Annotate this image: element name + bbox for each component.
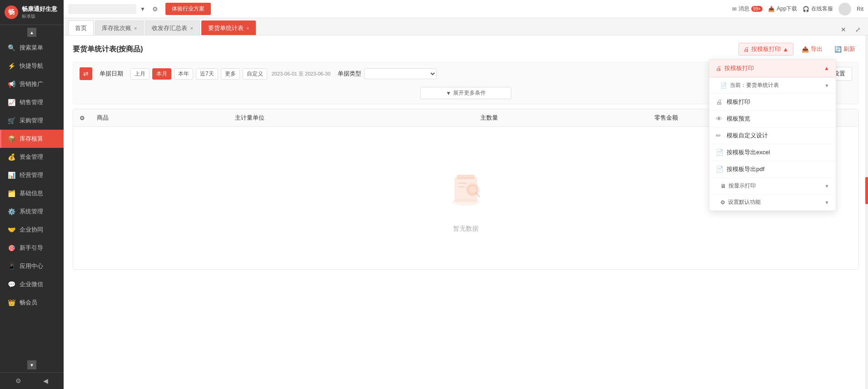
date-btn-current-year[interactable]: 本年 — [174, 68, 193, 80]
refresh-btn[interactable]: 🔄 刷新 — [831, 43, 859, 55]
message-btn[interactable]: ✉ 消息 99+ — [732, 5, 763, 13]
sidebar-scroll-up[interactable]: ▲ — [27, 28, 36, 37]
marketing-icon: 📢 — [7, 80, 16, 89]
scroll-track — [865, 35, 868, 389]
sales-icon: 📈 — [7, 98, 16, 107]
print-chevron: ▲ — [783, 46, 788, 53]
date-btn-7days[interactable]: 近7天 — [196, 68, 218, 80]
system-icon: ⚙️ — [7, 207, 16, 216]
dropdown-item-export-pdf[interactable]: 📄 按模板导出pdf — [709, 161, 836, 178]
tab-close-inventory-batch[interactable]: × — [134, 25, 137, 31]
sidebar-item-finance[interactable]: 💰 资金管理 — [0, 148, 64, 166]
svg-rect-6 — [458, 182, 467, 184]
tabbar: 首页 库存批次账 × 收发存汇总表 × 要货单统计表 × ✕ ⤢ — [64, 18, 868, 35]
date-btn-prev-month[interactable]: 上月 — [130, 68, 150, 80]
expand-btn[interactable]: ⤢ — [853, 24, 863, 35]
print-btn[interactable]: 🖨 按模板打印 ▲ — [738, 43, 793, 56]
message-icon: ✉ — [732, 6, 737, 12]
avatar[interactable] — [838, 3, 851, 15]
order-type-select[interactable] — [364, 68, 437, 79]
svg-rect-2 — [457, 175, 475, 179]
sidebar-item-search[interactable]: 🔍 搜索菜单 — [0, 39, 64, 57]
empty-text: 暂无数据 — [453, 225, 479, 233]
service-icon: 🎧 — [803, 6, 809, 12]
sidebar-item-base[interactable]: 🗂️ 基础信息 — [0, 184, 64, 202]
dropdown-close-btn[interactable]: ▲ — [824, 65, 829, 71]
dropdown-header-left: 🖨 按模板打印 — [716, 64, 754, 72]
search-icon: 🔍 — [7, 43, 16, 52]
sidebar-item-inventory[interactable]: 📦 库存核算 — [0, 130, 64, 148]
settings-bottom-btn[interactable]: ⚙ — [15, 377, 21, 384]
username: Rit — [857, 6, 863, 12]
dropdown-item-template-print[interactable]: 🖨 模板打印 — [709, 94, 836, 111]
date-btn-current-month[interactable]: 本月 — [152, 68, 171, 80]
table-col-settings[interactable]: ⚙ — [73, 109, 91, 127]
dropdown-header-right: ▲ — [824, 65, 829, 71]
search-input[interactable] — [68, 4, 136, 14]
sidebar-item-appstore[interactable]: 📱 应用中心 — [0, 257, 64, 275]
sidebar-scroll-down[interactable]: ▼ — [27, 360, 36, 369]
close-all-btn[interactable]: ✕ — [838, 24, 849, 35]
template-preview-icon: 👁 — [716, 115, 723, 122]
app-download-btn[interactable]: 📥 App下载 — [768, 5, 797, 13]
page-title-bar: 要货单统计表(按商品) 🖨 按模板打印 ▲ 📤 导出 🔄 刷新 — [73, 43, 859, 56]
date-range: 2023-06-01 至 2023-06-30 — [272, 71, 331, 77]
display-print-label: 🖥 按显示打印 — [720, 182, 756, 190]
scroll-thumb[interactable] — [865, 177, 868, 204]
table-col-unit: 主计量单位 — [229, 109, 475, 127]
date-btn-more[interactable]: 更多 — [221, 68, 240, 80]
collapse-btn[interactable]: ◀ — [43, 377, 48, 384]
experience-btn[interactable]: 体验行业方案 — [165, 3, 211, 15]
print-icon: 🖨 — [743, 46, 749, 53]
tab-close-order-stats[interactable]: × — [246, 25, 249, 31]
tab-home[interactable]: 首页 — [68, 20, 94, 35]
sidebar-item-vip[interactable]: 👑 畅会员 — [0, 293, 64, 312]
sidebar-item-collab[interactable]: 🤝 企业协同 — [0, 221, 64, 239]
display-print-icon: 🖥 — [720, 183, 726, 189]
dropdown-current-item[interactable]: 📄 当前：要货单统计表 ▼ — [709, 77, 836, 94]
empty-icon — [443, 163, 489, 217]
filter-expand-icon[interactable]: ⇄ — [80, 67, 92, 80]
tab-receipt-summary[interactable]: 收发存汇总表 × — [145, 20, 200, 35]
refresh-icon: 🔄 — [834, 46, 842, 53]
date-btn-custom[interactable]: 自定义 — [243, 68, 267, 80]
sidebar-item-purchase[interactable]: 🛒 采购管理 — [0, 111, 64, 130]
export-pdf-icon: 📄 — [716, 166, 723, 173]
print-dropdown: 🖨 按模板打印 ▲ 📄 当前：要货单统计表 — [709, 59, 836, 211]
dropdown-header: 🖨 按模板打印 ▲ — [709, 60, 836, 77]
export-btn[interactable]: 📤 导出 — [798, 43, 826, 55]
app-logo: 畅 畅康通好生意 标准版 — [0, 0, 64, 25]
tab-close-receipt-summary[interactable]: × — [190, 25, 193, 31]
gear-icon[interactable]: ⚙ — [149, 3, 162, 15]
sidebar-item-shortcut[interactable]: ⚡ 快捷导航 — [0, 57, 64, 75]
dropdown-item-export-excel[interactable]: 📄 按模板导出excel — [709, 144, 836, 161]
customer-service-btn[interactable]: 🎧 在线客服 — [803, 5, 833, 13]
header-print-icon: 🖨 — [716, 65, 722, 72]
table-col-product: 商品 — [91, 109, 229, 127]
tab-order-stats[interactable]: 要货单统计表 × — [201, 20, 256, 35]
appstore-icon: 📱 — [7, 262, 16, 271]
dropdown-item-template-preview[interactable]: 👁 模板预览 — [709, 111, 836, 127]
page-title: 要货单统计表(按商品) — [73, 45, 143, 54]
sidebar-item-guide[interactable]: 🎯 新手引导 — [0, 239, 64, 257]
sidebar-nav: 🔍 搜索菜单 ⚡ 快捷导航 📢 营销推广 📈 销售管理 🛒 采购管理 📦 库存核… — [0, 39, 64, 359]
guide-icon: 🎯 — [7, 243, 16, 253]
svg-rect-7 — [458, 186, 465, 187]
expand-more-btn[interactable]: ▼ 展开更多条件 — [420, 87, 511, 99]
sidebar-item-marketing[interactable]: 📢 营销推广 — [0, 75, 64, 93]
set-default-icon: ⚙ — [720, 199, 725, 206]
sidebar-item-sales[interactable]: 📈 销售管理 — [0, 93, 64, 111]
dropdown-btn[interactable]: ▼ — [140, 6, 145, 12]
dropdown-item-template-design[interactable]: ✏ 模板自定义设计 — [709, 127, 836, 144]
dropdown-item-set-default[interactable]: ⚙ 设置默认功能 ▼ — [709, 194, 836, 211]
order-type-label: 单据类型 — [338, 70, 361, 78]
tab-inventory-batch[interactable]: 库存批次账 × — [95, 20, 144, 35]
dropdown-item-display-print[interactable]: 🖥 按显示打印 ▼ — [709, 178, 836, 194]
sidebar-item-system[interactable]: ⚙️ 系统管理 — [0, 202, 64, 221]
current-arrow: ▼ — [824, 83, 829, 88]
collab-icon: 🤝 — [7, 225, 16, 234]
sidebar-item-operations[interactable]: 📊 经营管理 — [0, 166, 64, 184]
sidebar-item-wechat[interactable]: 💬 企业微信 — [0, 275, 64, 293]
purchase-icon: 🛒 — [7, 116, 16, 125]
page-content: 要货单统计表(按商品) 🖨 按模板打印 ▲ 📤 导出 🔄 刷新 — [64, 35, 868, 389]
